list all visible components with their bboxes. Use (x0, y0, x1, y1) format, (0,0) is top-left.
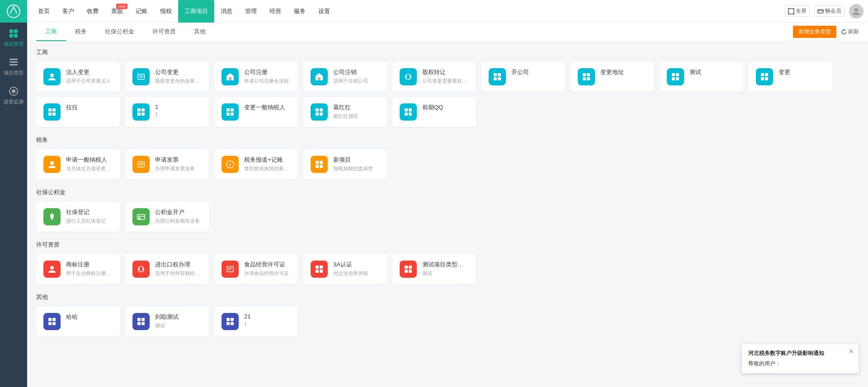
card-icon-company-cancel (311, 68, 328, 85)
card-early-qq[interactable]: 前期QQ (392, 97, 476, 127)
card-change-address[interactable]: 变更地址 (571, 62, 654, 92)
sidebar-item-project-mgmt[interactable]: 项目管理 (0, 23, 27, 51)
svg-rect-8 (9, 64, 18, 65)
svg-rect-49 (226, 112, 230, 116)
section-other: 其他 哈哈 (36, 293, 859, 336)
logo[interactable] (0, 0, 27, 23)
card-company-register[interactable]: 公司注册 申请公司注册全流程 (214, 62, 298, 92)
svg-rect-32 (676, 73, 679, 76)
member-button[interactable]: 畅会员 (814, 5, 844, 17)
notification-title: 河北税务数字账户升级影响通知 (748, 350, 852, 357)
nav-industry[interactable]: 工商项目 (178, 0, 214, 23)
card-twenty-one[interactable]: 21 1 (214, 307, 298, 336)
card-legal-change[interactable]: 法人变更 适用于公司变更法人 (36, 62, 120, 92)
svg-rect-50 (231, 112, 234, 116)
new-type-button[interactable]: 新增业务类型 (793, 26, 836, 38)
card-company-change[interactable]: 公司变更 股权变更外的业务变更 (125, 62, 209, 92)
card-social-register[interactable]: 社保登记 进行人员社保登记 (36, 202, 120, 232)
card-icon-social-register (43, 208, 61, 225)
section-title-other: 其他 (36, 293, 859, 301)
nav-operation[interactable]: 经营 (263, 0, 288, 23)
card-title-haha: 哈哈 (66, 313, 113, 321)
tab-tax[interactable]: 税务 (66, 23, 96, 41)
sidebar-item-project-type[interactable]: 项目类型 (0, 51, 27, 80)
card-open-company[interactable]: 开公司 (481, 62, 565, 92)
svg-rect-52 (320, 108, 323, 112)
card-haha[interactable]: 哈哈 (36, 307, 120, 336)
sidebar: 项目管理 项目类型 进度监测 (0, 0, 27, 387)
card-icon-import-export (132, 261, 150, 278)
avatar[interactable] (849, 4, 863, 19)
fullscreen-button[interactable]: 全屏 (785, 5, 810, 17)
card-one[interactable]: 1 1 (125, 97, 209, 127)
card-apply-general[interactable]: 申请一般纳税人 当月或次月成变更完成 (36, 149, 120, 179)
card-apply-invoice[interactable]: 申请发票 办理申请发票业务 (125, 149, 209, 179)
card-icon-company-register (222, 68, 239, 85)
card-change-tax[interactable]: 变更一般纳税人 (214, 97, 298, 127)
card-title-tax-report: 税务报道+记账 (244, 156, 291, 164)
svg-rect-44 (142, 108, 145, 112)
sidebar-item-progress-monitor[interactable]: 进度监测 (0, 80, 27, 109)
nav-tax[interactable]: 报税 (154, 0, 178, 23)
card-new-project[interactable]: 新项目 报税加税控盘保管 (303, 149, 387, 179)
svg-rect-55 (405, 108, 408, 112)
nav-service[interactable]: 服务 (288, 0, 312, 23)
refresh-button[interactable]: 刷新 (841, 28, 859, 36)
industry-cards-grid: 法人变更 适用于公司变更法人 公司变更 股权变更外的业务变更 (36, 62, 859, 127)
card-change[interactable]: 变更 (749, 62, 832, 92)
svg-rect-38 (765, 77, 768, 80)
nav-ticket[interactable]: 票据 new (105, 0, 129, 23)
svg-rect-56 (409, 108, 412, 112)
card-lala[interactable]: 拉拉 (36, 97, 120, 127)
card-tax-report[interactable]: ¥ 税务报道+记账 拿到营业执照的新公司 (214, 149, 298, 179)
card-desc-food-permit: 办理食品经营许可证 (244, 270, 291, 277)
svg-rect-33 (672, 77, 675, 80)
svg-rect-89 (52, 322, 56, 325)
ticket-badge: new (116, 4, 127, 9)
nav-home[interactable]: 首页 (32, 0, 56, 23)
card-title-food-permit: 食品经营许可证 (244, 261, 291, 269)
svg-rect-23 (494, 73, 497, 76)
nav-manage[interactable]: 管理 (239, 0, 263, 23)
card-icon-3a-cert (311, 261, 328, 278)
card-desc-equity-transfer: 公司变更需要股权转让 (422, 78, 469, 84)
card-company-cancel[interactable]: 公司注销 适用于注销公司 (303, 62, 387, 92)
card-icon-tax-report: ¥ (222, 156, 239, 173)
card-test-type[interactable]: 测试项目类型目定义 测试 (392, 254, 476, 284)
svg-rect-53 (316, 112, 319, 116)
card-liucetest[interactable]: 刘聪测试 测试 (125, 307, 209, 336)
card-equity-transfer[interactable]: 股权转让 公司变更需要股权转让 (392, 62, 476, 92)
card-icon-early-qq (400, 103, 417, 121)
card-title-change: 变更 (778, 68, 825, 76)
card-title-early-qq: 前期QQ (422, 103, 469, 112)
card-title-company-change: 公司变更 (155, 68, 202, 76)
svg-rect-43 (137, 108, 141, 112)
card-desc-trademark: 用于企业商标注册服务 (66, 270, 113, 277)
nav-client[interactable]: 客户 (56, 0, 80, 23)
tab-social[interactable]: 社保公积金 (96, 23, 143, 41)
card-3a-cert[interactable]: 3A认证 对企业信誉评级 (303, 254, 387, 284)
card-import-export[interactable]: 进出口权办理 适用于对外贸易经营者 (125, 254, 209, 284)
card-title-import-export: 进出口权办理 (155, 261, 202, 269)
card-title-company-register: 公司注册 (244, 68, 291, 76)
nav-settings[interactable]: 设置 (312, 0, 336, 23)
tab-industry[interactable]: 工商 (36, 23, 66, 41)
section-permit: 许可资质 商标注册 用于企业商标注册服务 (36, 241, 859, 284)
notification-close-button[interactable]: ✕ (849, 348, 854, 355)
svg-rect-91 (142, 318, 145, 321)
card-icon-test-type (400, 261, 417, 278)
card-trademark[interactable]: 商标注册 用于企业商标注册服务 (36, 254, 120, 284)
tax-cards-grid: 申请一般纳税人 当月或次月成变更完成 申请发票 办理申请发票业务 (36, 149, 859, 179)
nav-message[interactable]: 消息 (214, 0, 239, 23)
card-fund-open[interactable]: 公积金开户 办理公积金相关业务 (125, 202, 209, 232)
svg-rect-94 (226, 318, 230, 321)
tab-other[interactable]: 其他 (185, 23, 215, 41)
nav-items: 首页 客户 收费 票据 new 记账 报税 工商项目 消息 管理 经营 服务 设… (32, 0, 785, 23)
svg-rect-7 (9, 61, 18, 63)
card-gehonghong[interactable]: 葛红红 葛红红测试 (303, 97, 387, 127)
nav-billing[interactable]: 收费 (80, 0, 105, 23)
card-test[interactable]: 测试 (660, 62, 743, 92)
nav-account[interactable]: 记账 (129, 0, 154, 23)
card-food-permit[interactable]: 食品经营许可证 办理食品经营许可证 (214, 254, 298, 284)
tab-permit[interactable]: 许可资质 (143, 23, 185, 41)
